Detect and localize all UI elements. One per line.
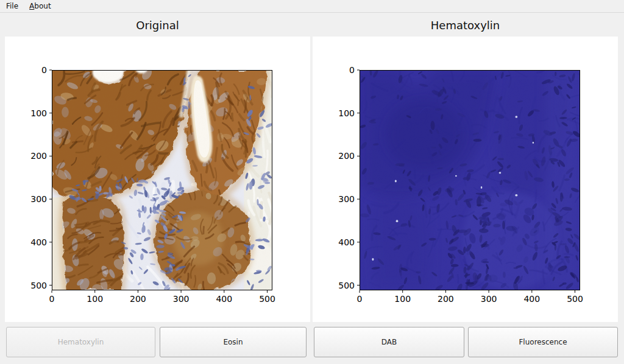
plot-image: [360, 61, 587, 292]
x-tick-label: 500: [259, 294, 275, 304]
y-tick-label: 100: [338, 108, 355, 118]
y-tick-label: 300: [338, 194, 355, 204]
y-tick-label: 100: [30, 108, 47, 118]
y-tick-label: 0: [349, 65, 355, 75]
y-tick-label: 300: [30, 194, 47, 204]
hematoxylin-button[interactable]: Hematoxylin: [6, 327, 155, 357]
y-tick-label: 500: [338, 281, 355, 290]
page-title-hematoxylin: Hematoxylin: [313, 18, 618, 33]
original-plot-canvas: 01002003004005000100200300400500: [5, 37, 310, 322]
plot-panel-original: 01002003004005000100200300400500: [5, 37, 310, 322]
x-tick-label: 200: [438, 294, 454, 304]
x-tick-label: 300: [481, 294, 497, 304]
menu-file[interactable]: File: [0, 1, 24, 12]
x-tick-label: 400: [523, 294, 540, 304]
x-tick-label: 500: [567, 294, 583, 304]
hematoxylin-plot-canvas: 01002003004005000100200300400500: [313, 37, 618, 322]
x-tick-label: 0: [357, 294, 363, 304]
menu-about[interactable]: About: [24, 1, 57, 12]
y-tick-label: 200: [30, 151, 47, 161]
x-tick-label: 200: [130, 294, 146, 304]
eosin-button[interactable]: Eosin: [160, 327, 307, 357]
x-tick-label: 300: [173, 294, 190, 304]
y-tick-label: 0: [41, 65, 47, 75]
y-tick-label: 500: [30, 281, 47, 290]
y-tick-label: 400: [338, 237, 355, 247]
y-tick-label: 400: [30, 237, 47, 247]
page-title-original: Original: [5, 18, 310, 33]
y-tick-label: 200: [338, 151, 355, 161]
x-tick-label: 100: [87, 294, 103, 304]
fluorescence-button[interactable]: Fluorescence: [468, 327, 618, 357]
x-tick-label: 400: [216, 294, 232, 304]
menu-bar: File About: [0, 0, 624, 13]
x-tick-label: 100: [394, 294, 411, 304]
plot-panel-hematoxylin: 01002003004005000100200300400500: [313, 37, 618, 322]
plot-image: [52, 63, 277, 310]
dab-button[interactable]: DAB: [314, 327, 464, 357]
x-tick-label: 0: [49, 294, 55, 304]
menu-about-rest: bout: [34, 2, 51, 10]
